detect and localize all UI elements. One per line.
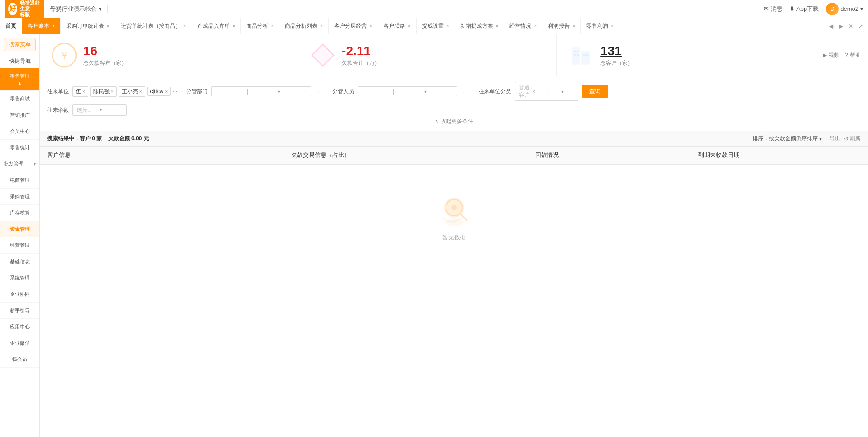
filter-row-2: 往来余额 选择... ▾ — [47, 104, 861, 116]
dept-dropdown-arrow: ▾ — [278, 89, 307, 94]
sidebar-item-wholesale[interactable]: 批发管理 ▾ — [0, 156, 39, 172]
chevron-down-icon: ▾ — [99, 5, 102, 12]
svg-point-15 — [451, 205, 457, 210]
tab-new-commission-plan[interactable]: 新增提成方案 × — [455, 18, 504, 34]
filter-more-units[interactable]: ··· — [173, 88, 177, 95]
sidebar-item-system[interactable]: 系统管理 — [0, 270, 39, 286]
sidebar-item-retail-management[interactable]: 零售管理 ▴ — [0, 68, 39, 91]
stat-label-debt: 欠款合计（万） — [342, 59, 380, 67]
filter-row-1: 往来单位 伍 × 陈民强 × 王小亮 × cjttcw — [47, 82, 861, 101]
close-tag-wang[interactable]: × — [139, 89, 142, 94]
close-tab-product-analysis[interactable]: × — [271, 24, 273, 28]
close-tab-commission-settings[interactable]: × — [446, 24, 449, 28]
query-button[interactable]: 查询 — [582, 85, 608, 98]
nav-prev-arrow[interactable]: ◀ — [826, 22, 835, 31]
tab-customer-ledger[interactable]: 客户账本 × — [22, 18, 61, 34]
sidebar-item-operations[interactable]: 经营管理 — [0, 238, 39, 254]
refresh-button[interactable]: ↺ 刷新 — [844, 135, 861, 142]
unit-class-input[interactable]: 普通客户 × | ▾ — [515, 82, 578, 101]
sidebar-item-marketing[interactable]: 营销推广 — [0, 107, 39, 124]
filter-tag-wang[interactable]: 王小亮 × — [119, 86, 145, 97]
tab-product-analysis[interactable]: 商品分析 × — [241, 18, 279, 34]
app-download-button[interactable]: ⬇ App下载 — [790, 5, 819, 13]
close-tag-chen[interactable]: × — [111, 89, 114, 94]
sidebar-item-inventory[interactable]: 库存核算 — [0, 205, 39, 221]
sidebar-item-member-center[interactable]: 会员中心 — [0, 124, 39, 140]
dept-divider: | — [247, 88, 276, 95]
sidebar-item-retail-mall[interactable]: 零售商城 — [0, 91, 39, 107]
close-tab-customer-ledger[interactable]: × — [52, 24, 55, 28]
balance-input[interactable]: 选择... ▾ — [72, 104, 127, 116]
close-tab-product-inbound[interactable]: × — [233, 24, 235, 28]
filter-tag-chen[interactable]: 陈民强 × — [90, 86, 117, 97]
stat-block-debt: -2.11 欠款合计（万） — [298, 34, 557, 76]
close-tab-purchase-stats-by-product[interactable]: × — [183, 24, 186, 28]
sidebar-item-basic-info[interactable]: 基础信息 — [0, 254, 39, 270]
chevron-down-icon-user: ▾ — [860, 5, 863, 12]
sidebar-item-chang-member[interactable]: 畅会员 — [0, 352, 39, 368]
nav-next-arrow[interactable]: ▶ — [836, 22, 845, 31]
search-menu-button[interactable]: 搜索菜单 — [4, 38, 36, 51]
tab-home[interactable]: 首页 — [0, 18, 22, 34]
person-label: 分管人员 — [332, 88, 354, 95]
stat-icon-coin: ¥ — [51, 42, 78, 69]
nav-close-all[interactable]: ✕ — [846, 22, 855, 31]
tab-business-situation[interactable]: 经营情况 × — [504, 18, 542, 34]
dept-input[interactable]: | ▾ — [211, 86, 311, 96]
sidebar-quick-nav[interactable]: 快捷导航 — [0, 55, 39, 68]
collapse-button[interactable]: ∧ 收起更多条件 — [47, 116, 861, 125]
close-tab-profit-report[interactable]: × — [572, 24, 575, 28]
tab-purchase-stats-by-product[interactable]: 进货单统计表（按商品） × — [115, 18, 192, 34]
close-tab-customer-contact[interactable]: × — [408, 24, 411, 28]
sidebar-item-new-guide[interactable]: 新手引导 — [0, 303, 39, 319]
close-tab-business-situation[interactable]: × — [534, 24, 537, 28]
tab-customer-layered[interactable]: 客户分层经营 × — [329, 18, 378, 34]
video-button[interactable]: ▶ 视频 — [823, 52, 839, 59]
suite-selector[interactable]: 母婴行业演示帐套 ▾ — [44, 5, 108, 13]
person-dropdown-arrow: ▾ — [424, 89, 454, 94]
sort-button[interactable]: 排序：按欠款金额倒序排序 ▾ — [753, 135, 822, 142]
sidebar-item-ecommerce[interactable]: 电商管理 — [0, 172, 39, 189]
export-icon: ↑ — [825, 136, 828, 142]
sidebar-item-enterprise-collab[interactable]: 企业协同 — [0, 286, 39, 303]
close-tab-customer-layered[interactable]: × — [369, 24, 372, 28]
close-tab-product-analysis-list[interactable]: × — [320, 24, 323, 28]
close-tag-wu[interactable]: × — [82, 89, 85, 94]
sidebar-item-purchase[interactable]: 采购管理 — [0, 189, 39, 205]
tab-commission-settings[interactable]: 提成设置 × — [417, 18, 455, 34]
tab-retail-profit[interactable]: 零售利润 × — [581, 18, 619, 34]
close-tab-new-commission-plan[interactable]: × — [496, 24, 499, 28]
tab-purchase-order-stats[interactable]: 采购订单统计表 × — [61, 18, 115, 34]
results-actions: 排序：按欠款金额倒序排序 ▾ ↑ 导出 ↺ 刷新 — [753, 135, 861, 142]
sidebar-item-finance[interactable]: 资金管理 — [0, 221, 39, 238]
sidebar-item-enterprise-wechat[interactable]: 企业微信 — [0, 335, 39, 352]
stat-label-total: 总客户（家） — [600, 59, 633, 67]
sidebar-item-app-center[interactable]: 应用中心 — [0, 319, 39, 335]
filter-area: 往来单位 伍 × 陈民强 × 王小亮 × cjttcw — [40, 76, 868, 131]
stat-block-customers: ¥ 16 总欠款客户（家） — [40, 34, 298, 76]
nav-expand[interactable]: ⤢ — [856, 22, 865, 31]
help-button[interactable]: ? 帮助 — [845, 52, 861, 59]
close-tab-purchase-order-stats[interactable]: × — [107, 24, 110, 28]
tab-product-inbound[interactable]: 产成品入库单 × — [192, 18, 241, 34]
stat-info-total: 131 总客户（家） — [600, 43, 633, 67]
stat-value-total[interactable]: 131 — [600, 43, 633, 59]
tab-product-analysis-list[interactable]: 商品分析列表 × — [279, 18, 329, 34]
avatar: D — [826, 3, 839, 15]
unit-class-arrow: ▾ — [561, 89, 575, 94]
help-icon: ? — [845, 52, 848, 58]
filter-tag-wu[interactable]: 伍 × — [72, 86, 88, 97]
close-unit-class-tag[interactable]: × — [532, 89, 545, 94]
filter-tag-cjttcw[interactable]: cjttcw × — [147, 87, 171, 96]
close-tag-cjttcw[interactable]: × — [165, 89, 168, 94]
export-button[interactable]: ↑ 导出 — [825, 135, 840, 142]
person-input[interactable]: | ▾ — [358, 86, 457, 96]
user-menu[interactable]: D demo2 ▾ — [826, 3, 863, 15]
tab-profit-report[interactable]: 利润报告 × — [542, 18, 581, 34]
close-tab-retail-profit[interactable]: × — [611, 24, 614, 28]
col-overdue-date: 到期未收款日期 — [698, 151, 861, 159]
messages-button[interactable]: ✉ 消息 — [764, 5, 782, 13]
sidebar-item-retail-stats[interactable]: 零售统计 — [0, 140, 39, 156]
tab-customer-contact[interactable]: 客户联络 × — [378, 18, 417, 34]
empty-text: 暂无数据 — [442, 233, 466, 242]
